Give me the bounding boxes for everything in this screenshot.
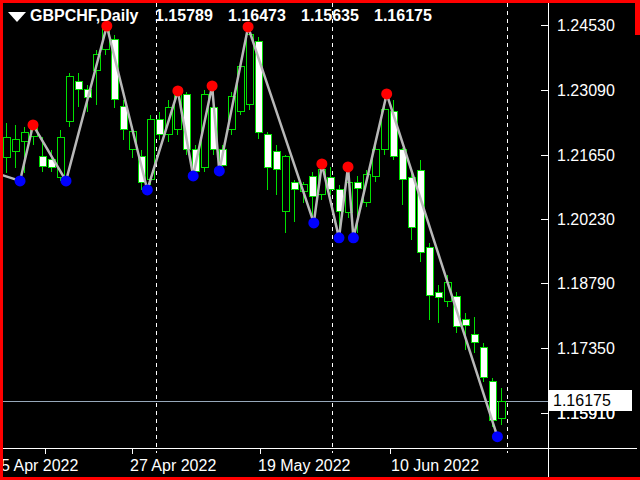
swing-low-dot <box>308 217 319 228</box>
y-tick-label: 1.20230 <box>557 211 615 228</box>
swing-high-dot <box>172 85 183 96</box>
swing-low-dot <box>15 175 26 186</box>
bear-candle-body <box>462 320 469 326</box>
bear-candle-body <box>408 178 415 228</box>
swing-low-dot <box>334 232 345 243</box>
bear-candle-body <box>156 120 163 135</box>
symbol-timeframe-label: GBPCHF,Daily <box>30 7 138 25</box>
y-axis-labels: 1.245301.230901.216501.202301.187901.173… <box>541 17 615 422</box>
swing-high-dot <box>207 80 218 91</box>
bull-candle-body <box>282 157 289 212</box>
bear-candle-body <box>480 348 487 378</box>
bull-candle-body <box>21 133 28 142</box>
bear-candle-body <box>273 152 280 170</box>
bear-candle-body <box>264 135 271 168</box>
swing-high-dot <box>316 158 327 169</box>
y-tick-label: 1.24530 <box>557 17 615 34</box>
swing-low-dot <box>214 165 225 176</box>
swing-low-dot <box>188 170 199 181</box>
ohlc-open-value: 1.15789 <box>155 7 213 25</box>
bear-candle-body <box>471 335 478 343</box>
bear-candle-body <box>426 248 433 296</box>
x-tick-label: 5 Apr 2022 <box>1 457 79 474</box>
ohlc-low-value: 1.15635 <box>301 7 359 25</box>
chart-window: 1.245301.230901.216501.202301.187901.173… <box>0 0 640 480</box>
swing-low-dot <box>348 232 359 243</box>
swing-high-dot <box>343 161 354 172</box>
period-separators <box>157 3 508 453</box>
chart-dropdown-icon[interactable] <box>8 12 26 22</box>
bull-candle-body <box>3 138 10 158</box>
y-tick-label: 1.21650 <box>557 147 615 164</box>
x-tick-label: 19 May 2022 <box>258 457 351 474</box>
ohlc-high-value: 1.16473 <box>228 7 286 25</box>
price-chart-canvas[interactable]: 1.245301.230901.216501.202301.187901.173… <box>0 0 640 480</box>
swing-low-dot <box>61 175 72 186</box>
bull-candle-body <box>246 35 253 105</box>
bull-candle-body <box>12 140 19 152</box>
border-left <box>0 0 3 480</box>
bear-candle-body <box>75 82 82 90</box>
bear-candle-body <box>435 293 442 298</box>
bull-candle-body <box>66 77 73 122</box>
x-axis-labels: 5 Apr 202227 Apr 202219 May 202210 Jun 2… <box>1 448 479 474</box>
swing-high-dot <box>28 119 39 130</box>
border-right-top <box>635 0 640 35</box>
bull-candle-body <box>498 401 505 418</box>
y-tick-label: 1.18790 <box>557 275 615 292</box>
x-tick-label: 27 Apr 2022 <box>130 457 216 474</box>
x-tick-label: 10 Jun 2022 <box>391 457 479 474</box>
bear-candle-body <box>39 157 46 167</box>
current-price-box: 1.16175 <box>549 390 632 411</box>
swing-low-dot <box>142 184 153 195</box>
bear-candle-body <box>291 183 298 190</box>
swing-high-dot <box>381 88 392 99</box>
bear-candle-body <box>354 183 361 189</box>
bear-candle-body <box>309 177 316 197</box>
y-tick-label: 1.23090 <box>557 82 615 99</box>
ohlc-close-value: 1.16175 <box>374 7 432 25</box>
y-tick-label: 1.17350 <box>557 340 615 357</box>
bear-candle-body <box>120 107 127 130</box>
bear-candle-body <box>417 171 424 253</box>
border-top <box>0 0 640 3</box>
swing-low-dot <box>492 431 503 442</box>
